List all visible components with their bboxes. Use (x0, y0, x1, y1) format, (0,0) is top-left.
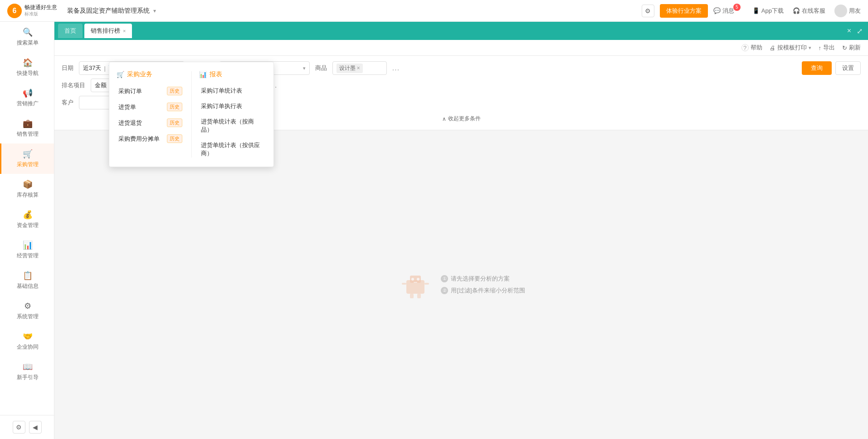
purchase-dropdown-icon: 🛒 (117, 71, 124, 78)
dropdown-item-inbound[interactable]: 进货单 历史 (113, 99, 188, 115)
app-download-action[interactable]: 📱 App下载 (752, 7, 784, 15)
sidebar-item-corp[interactable]: 🤝 企业协同 (0, 326, 54, 356)
sidebar-item-guide[interactable]: 📖 新手引导 (0, 356, 54, 387)
system-icon: ⚙ (24, 301, 31, 311)
operations-icon: 📊 (23, 240, 33, 250)
user-action[interactable]: 用友 (834, 5, 861, 17)
dropdown-item-purchase-order[interactable]: 采购订单 历史 (113, 83, 188, 99)
dropdown-item-report-2[interactable]: 进货单统计表（按商品） (195, 114, 270, 138)
window-close-button[interactable]: × (845, 25, 853, 37)
date-sep: | (104, 65, 105, 72)
marketing-icon: 📢 (23, 88, 33, 98)
goods-tag-close[interactable]: × (357, 65, 360, 71)
purchase-icon: 🛒 (23, 149, 33, 159)
goods-tag: 设计墨 × (336, 64, 363, 73)
finance-icon: 💰 (23, 210, 33, 220)
customer-label: 客户 (62, 99, 73, 107)
help-action[interactable]: ? 帮助 (741, 44, 762, 52)
query-button[interactable]: 查询 (802, 61, 832, 75)
system-dropdown-arrow[interactable]: ▾ (153, 8, 156, 14)
sidebar-item-label-operations: 经营管理 (17, 252, 39, 260)
print-action[interactable]: 🖨 按模板打印 ▾ (770, 44, 811, 52)
logo-icon: 6 (7, 4, 22, 18)
dropdown-menu: 🛒 采购业务 采购订单 历史 进货单 历史 进货退货 历史 采购费用分摊单 (109, 62, 274, 167)
svg-rect-4 (414, 282, 417, 283)
toolbar: ? 帮助 🖨 按模板打印 ▾ ↑ 导出 ↻ 刷新 (54, 40, 868, 56)
sidebar-collapse-button[interactable]: ◀ (29, 421, 42, 434)
dropdown-item-expense[interactable]: 采购费用分摊单 历史 (113, 131, 188, 147)
header-right: 💬 消息 5 📱 App下载 🎧 在线客服 用友 (713, 5, 861, 17)
content-area: 首页 销售排行榜 × × ⤢ ? 帮助 🖨 按模板打印 ▾ ↑ 导出 (54, 22, 868, 439)
history-tag-1: 历史 (167, 103, 182, 111)
sidebar-item-sales[interactable]: 💼 销售管理 (0, 113, 54, 143)
empty-tip-2: ② 用[过滤]条件来缩小分析范围 (441, 285, 525, 296)
basic-icon: 📋 (23, 271, 33, 281)
report-dropdown-icon: 📊 (199, 71, 207, 78)
empty-tip-1: ① 请先选择要分析的方案 (441, 273, 525, 285)
tab-sales-rank[interactable]: 销售排行榜 × (84, 24, 132, 38)
sidebar-settings-button[interactable]: ⚙ (13, 421, 25, 434)
industry-button[interactable]: 体验行业方案 (660, 4, 708, 18)
export-icon: ↑ (819, 44, 822, 51)
sidebar-item-search[interactable]: 🔍 搜索菜单 (0, 22, 54, 52)
empty-illustration (397, 266, 434, 303)
sidebar-item-inventory[interactable]: 📦 库存核算 (0, 174, 54, 204)
order-status-arrow: ▾ (303, 65, 306, 71)
dropdown-item-report-3[interactable]: 进货单统计表（按供应商） (195, 138, 270, 161)
headset-icon: 🎧 (793, 7, 800, 14)
dropdown-item-report-0[interactable]: 采购订单统计表 (195, 83, 270, 99)
report-title-label: 报表 (210, 70, 222, 79)
dropdown-item-report-1[interactable]: 采购订单执行表 (195, 99, 270, 114)
logo-sub: 标准版 (24, 11, 57, 17)
sidebar: 🔍 搜索菜单 🏠 快捷导航 📢 营销推广 💼 销售管理 🛒 采购管理 📦 库存核… (0, 22, 54, 439)
window-expand-button[interactable]: ⤢ (855, 25, 864, 37)
online-service-action[interactable]: 🎧 在线客服 (793, 7, 825, 15)
export-action[interactable]: ↑ 导出 (819, 44, 835, 52)
sidebar-item-label-basic: 基础信息 (17, 282, 39, 290)
sidebar-item-system[interactable]: ⚙ 系统管理 (0, 296, 54, 326)
collapse-up-icon: ∧ (442, 116, 446, 122)
online-label: 在线客服 (802, 7, 825, 15)
collapse-button[interactable]: ∧ 收起更多条件 (440, 113, 483, 124)
sidebar-item-marketing[interactable]: 📢 营销推广 (0, 83, 54, 113)
history-tag-2: 历史 (167, 118, 182, 127)
print-label: 按模板打印 (777, 44, 807, 52)
rank-label: 排名项目 (62, 81, 85, 89)
tab-home[interactable]: 首页 (58, 24, 83, 38)
message-label: 消息 (722, 7, 734, 15)
sidebar-item-operations[interactable]: 📊 经营管理 (0, 235, 54, 265)
sidebar-item-label-marketing: 营销推广 (17, 100, 39, 108)
goods-dots[interactable]: ... (392, 64, 400, 72)
empty-tips: ① 请先选择要分析的方案 ② 用[过滤]条件来缩小分析范围 (441, 273, 525, 296)
sidebar-item-label-purchase: 采购管理 (17, 161, 39, 168)
sidebar-item-quick[interactable]: 🏠 快捷导航 (0, 52, 54, 83)
svg-rect-6 (424, 283, 429, 285)
tab-close-icon[interactable]: × (123, 28, 126, 34)
settings-button[interactable]: ⚙ (642, 5, 654, 17)
tip-text-1: 请先选择要分析的方案 (451, 273, 510, 285)
search-icon: 🔍 (23, 27, 33, 37)
collapse-label: 收起更多条件 (448, 115, 481, 123)
goods-tag-label: 设计墨 (339, 64, 356, 72)
tip-num-1: ① (441, 275, 448, 282)
sales-icon: 💼 (23, 118, 33, 128)
system-title-area: 装备及固定资产辅助管理系统 ▾ (67, 7, 636, 15)
settings-filter-button[interactable]: 设置 (835, 61, 861, 75)
print-arrow-icon: ▾ (809, 45, 811, 51)
sidebar-item-basic[interactable]: 📋 基础信息 (0, 265, 54, 296)
svg-rect-8 (417, 294, 421, 298)
refresh-action[interactable]: ↻ 刷新 (842, 44, 861, 52)
main-layout: 🔍 搜索菜单 🏠 快捷导航 📢 营销推广 💼 销售管理 🛒 采购管理 📦 库存核… (0, 22, 868, 439)
message-action[interactable]: 💬 消息 5 (713, 7, 743, 15)
dropdown-item-return[interactable]: 进货退货 历史 (113, 115, 188, 131)
sidebar-item-purchase[interactable]: 🛒 采购管理 (0, 143, 54, 174)
svg-rect-7 (410, 294, 414, 298)
refresh-icon: ↻ (842, 44, 847, 51)
goods-selector[interactable]: 设计墨 × (332, 61, 387, 75)
sidebar-item-label-guide: 新手引导 (17, 374, 39, 381)
sidebar-bottom: ⚙ ◀ (0, 415, 54, 439)
sidebar-item-finance[interactable]: 💰 资金管理 (0, 204, 54, 235)
logo-text: 畅捷通好生意 (24, 4, 57, 11)
dropdown-purchase-title: 🛒 采购业务 (113, 68, 188, 83)
sidebar-item-label-finance: 资金管理 (17, 222, 39, 229)
